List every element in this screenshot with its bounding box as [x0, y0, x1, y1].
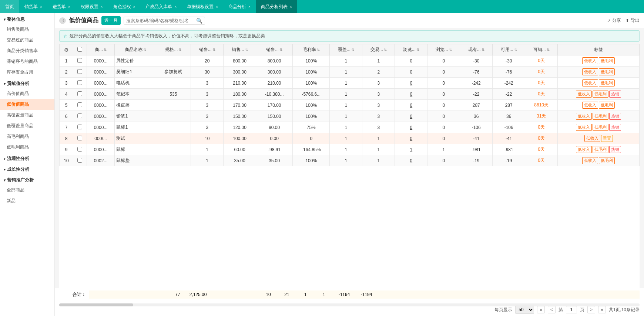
export-icon: ⬆ [625, 18, 629, 23]
col-code[interactable]: 商...⇅ [87, 44, 115, 55]
nav-finished-goods[interactable]: 产成品入库单 × [140, 0, 182, 13]
col-sellable-stock[interactable]: 可销...⇅ [525, 44, 558, 55]
sidebar-item-low-margin[interactable]: 低毛利商品 [0, 142, 54, 153]
row-checkbox[interactable] [77, 69, 82, 74]
close-roles[interactable]: × [133, 5, 135, 9]
select-all-checkbox[interactable] [77, 47, 82, 52]
nav-template-settings[interactable]: 单据模板设置 × [182, 0, 223, 13]
sidebar-item-sales-goods[interactable]: 销售类商品 [0, 24, 54, 35]
sidebar-item-new-goods[interactable]: 新品 [0, 196, 54, 206]
col-available-stock[interactable]: 可用...⇅ [493, 44, 525, 55]
row-views1: 0 [395, 55, 427, 67]
sidebar-item-all-goods[interactable]: 全部商品 [0, 185, 54, 196]
search-icon[interactable]: 🔍 [196, 18, 202, 24]
row-spec [156, 55, 191, 67]
last-page-button[interactable]: » [598, 306, 606, 313]
views1-link[interactable]: 0 [410, 114, 412, 119]
close-sales-order[interactable]: × [40, 5, 42, 9]
sort-icon-views1: ⇅ [416, 48, 419, 52]
nav-sales-order[interactable]: 销货单 × [19, 0, 47, 13]
sidebar-item-low-coverage[interactable]: 低覆盖量商品 [0, 120, 54, 131]
col-settings[interactable]: ⚙ [60, 44, 73, 55]
search-input[interactable] [126, 18, 196, 23]
col-views1[interactable]: 浏览...⇅ [395, 44, 427, 55]
sidebar-item-traded-goods[interactable]: 交易过的商品 [0, 35, 54, 45]
page-size-select[interactable]: 50 10 20 100 [515, 306, 534, 314]
row-name: 属性定价 [115, 55, 156, 67]
col-coverage[interactable]: 覆盖...⇅ [330, 44, 362, 55]
close-permissions[interactable]: × [101, 5, 103, 9]
export-button[interactable]: ⬆ 导出 [625, 17, 640, 24]
settings-icon[interactable]: ⚙ [64, 47, 69, 53]
col-sales-price[interactable]: 销售...⇅ [256, 44, 293, 55]
row-checkbox[interactable] [77, 136, 82, 140]
table-row: 10000...属性定价20800.00800.00100%1100-30-30… [60, 55, 640, 67]
row-checkbox[interactable] [77, 158, 82, 163]
sidebar-item-high-coverage[interactable]: 高覆盖量商品 [0, 110, 54, 120]
col-transactions[interactable]: 交易...⇅ [362, 44, 395, 55]
period-button[interactable]: 近一月 [101, 16, 121, 25]
views1-link[interactable]: 0 [410, 103, 412, 108]
views1-link[interactable]: 1 [410, 147, 412, 152]
col-spec[interactable]: 规格...⇅ [156, 44, 191, 55]
close-purchase-order[interactable]: × [68, 5, 70, 9]
first-page-button[interactable]: « [537, 306, 545, 313]
row-checkbox[interactable] [77, 80, 82, 85]
row-views2: 0 [427, 55, 460, 67]
close-template-settings[interactable]: × [216, 5, 218, 9]
nav-purchase-order[interactable]: 进货单 × [47, 0, 76, 13]
views1-link[interactable]: 0 [410, 58, 412, 64]
row-checkbox[interactable] [77, 102, 82, 107]
views1-link[interactable]: 0 [410, 69, 412, 75]
row-checkbox[interactable] [77, 58, 82, 63]
share-button[interactable]: ↗ 分享 [607, 17, 621, 24]
close-product-analysis[interactable]: × [248, 5, 251, 9]
row-available-stock: 287 [493, 100, 525, 111]
row-views2: 0 [427, 133, 460, 144]
total-current-stock: -1194 [333, 292, 355, 297]
col-views2[interactable]: 浏览...⇅ [427, 44, 460, 55]
sidebar-item-category-sales-rate[interactable]: 商品分类销售率 [0, 45, 54, 56]
col-sales-qty[interactable]: 销售...⇅ [191, 44, 224, 55]
col-tags[interactable]: 标签 [558, 44, 640, 55]
row-checkbox[interactable] [77, 125, 82, 129]
views1-link[interactable]: 0 [410, 136, 412, 141]
views1-link[interactable]: 0 [410, 125, 412, 130]
sidebar-item-high-value[interactable]: 高价值商品 [0, 88, 54, 99]
views1-link[interactable]: 0 [410, 81, 412, 86]
close-product-analysis-list[interactable]: × [290, 5, 292, 9]
nav-product-analysis[interactable]: 商品分析 × [223, 0, 256, 13]
sidebar-group-growth[interactable]: ▸ 成长性分析 [0, 163, 54, 174]
nav-permissions[interactable]: 权限设置 × [76, 0, 108, 13]
row-gross-rate: -5766.6... [293, 89, 330, 100]
tag-badge: 低毛利 [599, 157, 615, 164]
next-page-button[interactable]: > [587, 306, 595, 313]
views1-link[interactable]: 0 [410, 158, 412, 163]
sidebar-group-contribution[interactable]: ▾ 贡献值分析 [0, 78, 54, 88]
col-sales-amount[interactable]: 销售...⇅ [224, 44, 256, 55]
sort-icon-transactions: ⇅ [384, 48, 387, 52]
row-checkbox[interactable] [77, 113, 82, 118]
content-area: 《 低价值商品 近一月 🔍 ↗ 分享 ⬆ 导出 ☆ 这部分商品 [55, 13, 644, 316]
col-gross-rate[interactable]: 毛利率⇅ [293, 44, 330, 55]
page-number-input[interactable] [566, 306, 577, 313]
views1-link[interactable]: 0 [410, 92, 412, 97]
row-checkbox[interactable] [77, 147, 82, 152]
sidebar-item-low-value[interactable]: 低价值商品 [0, 99, 54, 110]
col-current-stock[interactable]: 现有...⇅ [460, 44, 493, 55]
sidebar-item-slow-goods[interactable]: 滞销序号的商品 [0, 56, 54, 67]
collapse-sidebar-button[interactable]: 《 [59, 17, 66, 24]
sidebar-item-high-margin[interactable]: 高毛利商品 [0, 131, 54, 142]
tag-badge: 低毛利 [599, 102, 615, 109]
prev-page-button[interactable]: < [548, 306, 556, 313]
nav-product-analysis-list[interactable]: 商品分析列表 × [256, 0, 297, 13]
col-name[interactable]: 商品名称⇅ [115, 44, 156, 55]
nav-home[interactable]: 首页 [0, 0, 19, 13]
nav-roles[interactable]: 角色授权 × [108, 0, 141, 13]
sidebar-group-circulation[interactable]: ▸ 流通性分析 [0, 153, 54, 163]
close-finished-goods[interactable]: × [174, 5, 177, 9]
sidebar-item-stock-capital[interactable]: 库存资金占用 [0, 67, 54, 78]
row-checkbox[interactable] [77, 91, 82, 96]
sidebar-group-marketing[interactable]: ▾ 营销推广分析 [0, 174, 54, 185]
sidebar-group-overview[interactable]: ▾ 整体信息 [0, 13, 54, 24]
